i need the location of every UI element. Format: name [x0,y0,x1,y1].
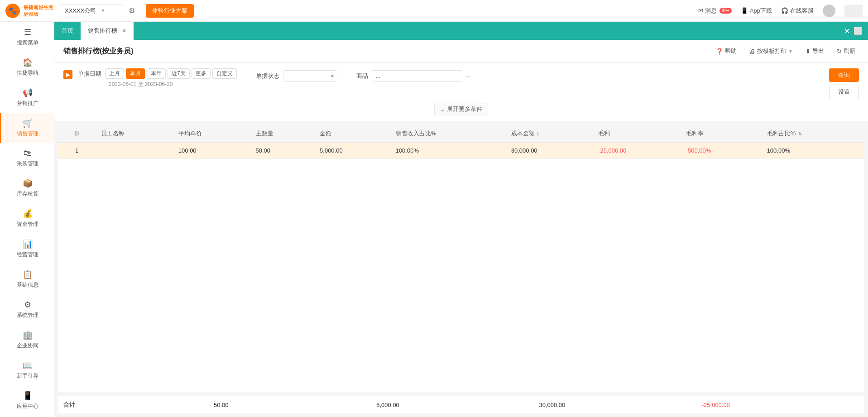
query-button[interactable]: 查询 [829,68,859,82]
sidebar-item-operations[interactable]: 📊 经营管理 [0,234,54,264]
footer-amount: 5,000.00 [371,402,533,408]
sidebar-item-sales[interactable]: 🛒 销售管理 [0,113,54,143]
tab-bar: 首页 销售排行榜 ✕ ✕ ⬜ [54,22,868,40]
date-btn-custom[interactable]: 自定义 [212,68,237,79]
date-btn-7days[interactable]: 近7天 [168,68,190,79]
home-tab-label: 首页 [62,27,73,35]
sidebar-label-search: 搜索菜单 [17,39,38,47]
window-restore-icon[interactable]: ⬜ [854,27,863,35]
sidebar-label-basic: 基础信息 [17,281,38,289]
sidebar-item-guide[interactable]: 📖 新手引导 [0,355,54,385]
table-footer: 合计 50.00 5,000.00 30,000.00 -25,000.00 [58,396,864,413]
sidebar-item-apps[interactable]: 📱 应用中心 [0,385,54,416]
expand-button[interactable]: ⌄ 展开更多条件 [434,103,488,115]
settings-button[interactable]: 设置 [829,85,859,99]
sidebar-label-system: 系统管理 [17,312,38,319]
col-profit: 毛利 [593,125,681,143]
sales-icon: 🛒 [23,118,33,128]
export-label: 导出 [812,47,824,55]
cell-name [96,143,173,159]
sidebar-item-basic[interactable]: 📋 基础信息 [0,264,54,294]
window-close-icon[interactable]: ✕ [844,27,850,35]
footer-label: 合计 [63,401,208,409]
online-service-item[interactable]: 🎧 在线客服 [781,7,814,15]
page-title: 销售排行榜(按业务员) [63,47,134,56]
enterprise-icon: 🏢 [23,330,33,340]
sidebar-item-marketing[interactable]: 📢 营销推广 [0,82,54,113]
sidebar-label-finance: 资金管理 [17,220,38,228]
date-btn-this-month[interactable]: 本月 [126,68,145,79]
cost-info-icon[interactable]: ℹ [537,131,539,136]
footer-profit: -25,000.00 [696,402,859,408]
print-chevron-icon: ▼ [788,49,793,54]
help-button[interactable]: ❓ 帮助 [712,45,740,57]
sidebar-item-system[interactable]: ⚙ 系统管理 [0,294,54,325]
table-settings-icon[interactable]: ⚙ [74,129,80,137]
home-icon: 🏠 [23,58,33,67]
page-header: 销售排行榜(按业务员) ❓ 帮助 🖨 按模板打印 ▼ ⬇ 导出 [54,40,868,63]
sidebar-label-inventory: 库存核算 [17,190,38,198]
logo-icon: 🐾 [5,4,20,18]
sidebar-item-purchase[interactable]: 🛍 采购管理 [0,143,54,173]
status-select[interactable] [283,70,337,81]
search-icon: ☰ [24,27,31,37]
goods-input[interactable] [372,70,462,81]
print-button[interactable]: 🖨 按模板打印 ▼ [746,45,796,57]
status-select-wrapper: ▼ [283,70,337,81]
system-icon: ⚙ [24,300,31,310]
sidebar-label-quicknav: 快捷导航 [17,69,38,77]
logo-text: 畅捷通好生意 标准版 [24,4,53,17]
more-filter-icon[interactable]: ··· [466,72,471,79]
sidebar-label-purchase: 采购管理 [17,160,38,168]
company-selector[interactable]: XXXXX公司 ▼ [60,5,123,17]
filter-collapse-icon[interactable]: ▶ [63,70,72,79]
col-settings[interactable]: ⚙ [58,125,96,143]
message-item[interactable]: ✉ 消息 99+ [698,7,732,15]
sidebar-item-search[interactable]: ☰ 搜索菜单 [0,22,54,52]
col-profit-rate: 毛利率 [681,125,762,143]
cell-amount: 5,000.00 [314,143,390,159]
help-icon: ❓ [716,48,723,55]
guide-icon: 📖 [23,360,33,370]
table-wrapper: ⚙ 员工名称 平均单价 主数量 金额 销售收入占比% 成本全额 ℹ 毛利 毛利率 [58,125,864,392]
date-btn-more[interactable]: 更多 [192,68,211,79]
tab-close-icon[interactable]: ✕ [122,28,126,34]
refresh-icon: ↻ [837,48,842,55]
export-button[interactable]: ⬇ 导出 [802,45,828,57]
refresh-label: 刷新 [844,47,855,55]
footer-cells: 50.00 5,000.00 30,000.00 -25,000.00 [208,402,859,408]
avatar-name[interactable] [844,5,863,17]
avatar[interactable] [823,5,835,17]
tab-home[interactable]: 首页 [54,22,81,40]
sort-icon[interactable]: ⇅ [798,131,802,136]
date-filter-label: 单据日期 [78,70,101,78]
sidebar-item-finance[interactable]: 💰 资金管理 [0,203,54,234]
date-btn-this-year[interactable]: 本年 [147,68,166,79]
app-label: App下载 [750,7,772,15]
sidebar-label-enterprise: 企业协同 [17,342,38,350]
sidebar-label-sales: 销售管理 [17,130,38,138]
tab-sales-rank[interactable]: 销售排行榜 ✕ [81,22,134,40]
cell-profit-rate: -500.00% [681,143,762,159]
sales-rank-tab-label: 销售排行榜 [88,27,117,35]
cell-sales-pct: 100.00% [390,143,506,159]
marketing-icon: 📢 [23,88,33,98]
app-download-item[interactable]: 📱 App下载 [741,7,772,15]
col-cost: 成本全额 ℹ [506,125,593,143]
cell-qty: 50.00 [250,143,315,159]
settings-icon[interactable]: ⚙ [129,6,135,15]
col-profit-pct: 毛利占比% ⇅ [762,125,864,143]
goods-filter-label: 商品 [356,72,368,80]
sidebar-item-enterprise[interactable]: 🏢 企业协同 [0,325,54,355]
sidebar-label-guide: 新手引导 [17,372,38,380]
cell-avg-price: 100.00 [173,143,250,159]
sidebar-item-inventory[interactable]: 📦 库存核算 [0,173,54,203]
date-btn-last-month[interactable]: 上月 [105,68,124,79]
expand-icon: ⌄ [440,106,445,113]
apps-icon: 📱 [23,391,33,401]
top-bar: 🐾 畅捷通好生意 标准版 XXXXX公司 ▼ ⚙ 体验行业方案 ✉ 消息 99+… [0,0,868,22]
sidebar-item-quicknav[interactable]: 🏠 快捷导航 [0,52,54,82]
trial-button[interactable]: 体验行业方案 [146,4,194,18]
inventory-icon: 📦 [23,178,33,188]
refresh-button[interactable]: ↻ 刷新 [833,45,859,57]
